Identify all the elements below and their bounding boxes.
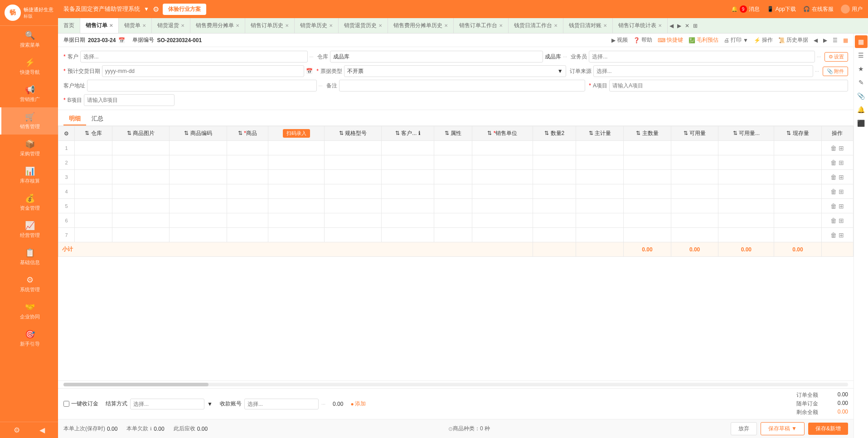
profit-action[interactable]: 💹 毛利预估 [689,36,718,44]
tab-sales-invoice-history-close[interactable]: ✕ [329,23,333,28]
delete-icon[interactable]: 🗑 [830,231,837,239]
sidebar-settings-btn[interactable]: ⚙ [14,426,20,434]
th-scan[interactable]: 扫码录入 [268,126,325,141]
salesperson-more-icon[interactable]: ··· [817,54,821,59]
discard-button[interactable]: 放弃 [731,422,757,435]
sidebar-item-sales[interactable]: 🛒 销售管理 [0,107,58,135]
print-action[interactable]: 🖨 打印 ▼ [724,36,748,44]
th-settings[interactable]: ⚙ [58,126,75,141]
right-sidebar-list-btn[interactable]: ☰ [855,49,868,62]
tab-sales-return-close[interactable]: ✕ [181,23,184,28]
sidebar-item-marketing[interactable]: 📢 营销推广 [0,80,58,107]
customer-input[interactable] [80,51,308,63]
tab-daily-clear-workbench-close[interactable]: ✕ [554,23,558,28]
table-scrollbar[interactable] [58,380,853,388]
attach-button[interactable]: 📎 附件 [823,67,848,76]
delete-icon[interactable]: 🗑 [830,173,837,181]
invoice-type-select[interactable]: 不开票 ▼ [344,65,566,77]
tab-summary[interactable]: 汇总 [86,113,109,125]
shortcut-action[interactable]: ⌨ 快捷键 [658,36,683,44]
sidebar-collapse-btn[interactable]: ◀ [39,426,45,434]
tab-nav-close-all[interactable]: ✕ [683,23,691,29]
copy-icon[interactable]: ⊞ [839,188,844,195]
right-sidebar-form-btn[interactable]: ▦ [855,35,868,48]
sidebar-item-guide[interactable]: 🎯 新手引导 [0,325,58,352]
delete-icon[interactable]: 🗑 [830,217,837,224]
tab-sales-return-history[interactable]: 销货退货历史 ✕ [339,18,388,33]
th-code[interactable]: ⇅ 商品编码 [170,126,227,141]
tab-sales-invoice-history[interactable]: 销货单历史 ✕ [295,18,339,33]
one-click-checkbox[interactable] [63,401,69,407]
order-source-input[interactable] [593,65,813,77]
th-available[interactable]: ⇅ 可用量 [671,126,718,141]
tab-daily-clear-reconcile-close[interactable]: ✕ [603,23,607,28]
th-product[interactable]: ⇅ *商品 [227,126,268,141]
help-action[interactable]: ❓ 帮助 [633,36,652,44]
scrollbar-thumb[interactable] [63,383,209,386]
tab-sales-expense[interactable]: 销售费用分摊单 ✕ [190,18,245,33]
tab-sales-expense-close[interactable]: ✕ [236,23,239,28]
customer-address-more-icon[interactable]: ··· [319,83,323,88]
b-project-input[interactable] [84,94,175,106]
tab-sales-summary[interactable]: 销售订单统计表 ✕ [613,18,668,33]
form-view-action[interactable]: ▦ [843,37,848,43]
date-value[interactable]: 2023-03-24 [88,37,116,43]
salesperson-input[interactable] [589,51,815,63]
delivery-date-calendar-icon[interactable]: 📅 [306,68,313,74]
order-source-more-icon[interactable]: ··· [815,68,819,74]
sidebar-item-system[interactable]: ⚙ 系统管理 [0,270,58,298]
tab-nav-left[interactable]: ◀ [668,23,675,29]
delete-icon[interactable]: 🗑 [830,144,837,152]
sidebar-item-operations[interactable]: 📈 经营管理 [0,216,58,243]
payment-method-dropdown[interactable]: ▼ [207,401,213,407]
th-image[interactable]: ⇅ 商品图片 [112,126,170,141]
settings-button[interactable]: ⚙ 设置 [824,52,848,62]
debit-info-icon[interactable]: ℹ [150,426,152,431]
warehouse-more-icon[interactable]: ··· [563,54,567,59]
copy-icon[interactable]: ⊞ [839,159,844,166]
a-project-input[interactable] [609,80,848,91]
order-no-value[interactable]: SO-20230324-001 [157,37,202,43]
scan-button[interactable]: 扫码录入 [283,129,310,138]
next-record-action[interactable]: ▶ [823,37,827,43]
th-attribute[interactable]: ⇅ 属性 [434,126,472,141]
right-sidebar-edit-btn[interactable]: ✎ [855,76,868,89]
sidebar-item-inventory[interactable]: 📊 库存核算 [0,162,58,189]
solution-button[interactable]: 体验行业方案 [163,4,206,15]
delete-icon[interactable]: 🗑 [830,159,837,166]
calendar-icon[interactable]: 📅 [118,37,125,43]
history-action[interactable]: 📜 历史单据 [778,36,808,44]
list-view-action[interactable]: ☰ [833,37,838,43]
online-service-item[interactable]: 🎧 在线客服 [803,5,834,13]
system-title-dropdown[interactable]: ▼ [144,6,149,12]
tab-sales-order-close[interactable]: ✕ [109,23,113,28]
delete-icon[interactable]: 🗑 [830,188,837,195]
copy-icon[interactable]: ⊞ [839,173,844,181]
th-main-qty[interactable]: ⇅ 主数量 [624,126,671,141]
copy-icon[interactable]: ⊞ [839,217,844,224]
warehouse-input[interactable] [330,51,543,63]
copy-icon[interactable]: ⊞ [839,144,844,152]
app-download-item[interactable]: 📱 App下载 [767,5,796,13]
customer-address-input[interactable] [87,80,317,91]
remark-input[interactable] [339,80,586,91]
th-available2[interactable]: ⇅ 可用量... [718,126,774,141]
tab-sales-expense-history[interactable]: 销售费用分摊单历史 ✕ [388,18,454,33]
right-sidebar-scan-btn[interactable]: ⬛ [855,117,868,130]
save-draft-button[interactable]: 保存草稿 ▼ [761,422,805,435]
goods-info-icon[interactable]: ⊙ [448,426,453,432]
tab-sales-workbench-close[interactable]: ✕ [499,23,503,28]
tab-home[interactable]: 首页 [58,18,80,33]
tab-sales-expense-history-close[interactable]: ✕ [444,23,448,28]
tab-sales-workbench[interactable]: 销售订单工作台 ✕ [454,18,509,33]
sidebar-item-purchase[interactable]: 📦 采购管理 [0,135,58,162]
tab-detail[interactable]: 明细 [63,113,86,125]
tab-sales-summary-close[interactable]: ✕ [658,23,662,28]
tab-sales-order-history-close[interactable]: ✕ [285,23,289,28]
th-main-unit[interactable]: ⇅ 主计量 [576,126,624,141]
operation-action[interactable]: ⚡ 操作 [754,36,773,44]
account-input[interactable] [244,399,319,409]
tab-daily-clear-reconcile[interactable]: 钱货日清对账 ✕ [563,18,613,33]
tab-sales-return-history-close[interactable]: ✕ [378,23,382,28]
save-draft-dropdown[interactable]: ▼ [791,425,797,432]
